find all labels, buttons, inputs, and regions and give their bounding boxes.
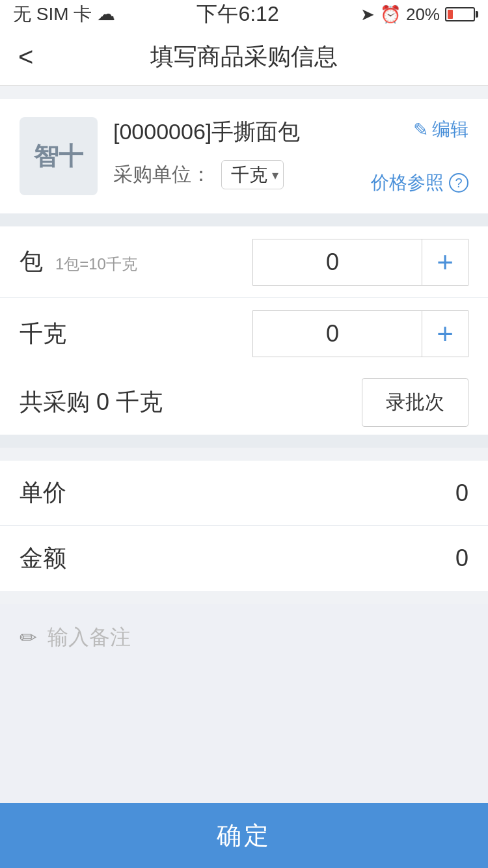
help-icon: ? <box>449 173 468 193</box>
status-right: ➤ ⏰ 20% <box>360 5 475 25</box>
summary-row: 共采购 0 千克 录批次 <box>0 370 488 435</box>
bag-label: 包 <box>20 248 43 275</box>
kg-quantity-input[interactable] <box>252 310 422 357</box>
summary-text: 共采购 0 千克 <box>20 387 163 418</box>
section-divider-1 <box>0 213 488 226</box>
price-section: 单价 0 金额 0 <box>0 461 488 591</box>
bag-quantity-input[interactable] <box>252 239 422 286</box>
edit-button[interactable]: ✎ 编辑 <box>413 117 468 142</box>
status-bar: 无 SIM 卡 ☁ 下午6:12 ➤ ⏰ 20% <box>0 0 488 29</box>
kg-plus-button[interactable]: + <box>422 310 468 357</box>
sim-status: 无 SIM 卡 ☁ <box>13 2 115 27</box>
main-content: 智十 [0000006]手撕面包 采购单位： 千克 ✎ 编辑 价格参照 ? <box>0 99 488 868</box>
amount-value: 0 <box>455 545 468 572</box>
kg-input-right: + <box>252 310 468 357</box>
pencil-icon: ✏ <box>20 625 37 650</box>
bottom-area: 确定 <box>0 803 488 868</box>
alarm-icon: ⏰ <box>380 5 401 25</box>
edit-icon: ✎ <box>413 119 428 141</box>
product-image: 智十 <box>20 117 98 195</box>
section-divider-2 <box>0 435 488 448</box>
input-section: 包 1包=10千克 + 千克 + <box>0 226 488 370</box>
page-title: 填写商品采购信息 <box>150 41 338 73</box>
price-ref-label: 价格参照 <box>371 170 444 195</box>
bag-input-row: 包 1包=10千克 + <box>0 226 488 298</box>
kg-input-row: 千克 + <box>0 298 488 370</box>
unit-price-value: 0 <box>455 480 468 507</box>
nav-bar: < 填写商品采购信息 <box>0 29 488 86</box>
bag-sub-label: 1包=10千克 <box>55 255 137 273</box>
unit-price-row: 单价 0 <box>0 461 488 526</box>
unit-select-wrapper[interactable]: 千克 <box>221 160 284 189</box>
status-time: 下午6:12 <box>197 0 278 29</box>
status-left: 无 SIM 卡 ☁ <box>13 2 115 27</box>
unit-select[interactable]: 千克 <box>221 160 284 189</box>
unit-price-label: 单价 <box>20 477 66 509</box>
kg-label: 千克 <box>20 318 66 350</box>
amount-label: 金额 <box>20 543 66 575</box>
battery-icon <box>445 7 475 21</box>
note-placeholder: 输入备注 <box>47 623 131 652</box>
location-icon: ➤ <box>360 5 375 25</box>
batch-button[interactable]: 录批次 <box>362 378 468 427</box>
amount-row: 金额 0 <box>0 526 488 591</box>
bag-input-right: + <box>252 239 468 286</box>
price-ref-button[interactable]: 价格参照 ? <box>371 170 468 195</box>
back-button[interactable]: < <box>18 42 33 72</box>
unit-label: 采购单位： <box>113 161 211 188</box>
edit-label: 编辑 <box>432 117 468 142</box>
battery-percent: 20% <box>406 5 440 25</box>
bag-label-group: 包 1包=10千克 <box>20 246 137 278</box>
confirm-button[interactable]: 确定 <box>0 803 488 868</box>
note-section[interactable]: ✏ 输入备注 <box>0 604 488 671</box>
bag-plus-button[interactable]: + <box>422 239 468 286</box>
product-card: 智十 [0000006]手撕面包 采购单位： 千克 ✎ 编辑 价格参照 ? <box>0 99 488 213</box>
